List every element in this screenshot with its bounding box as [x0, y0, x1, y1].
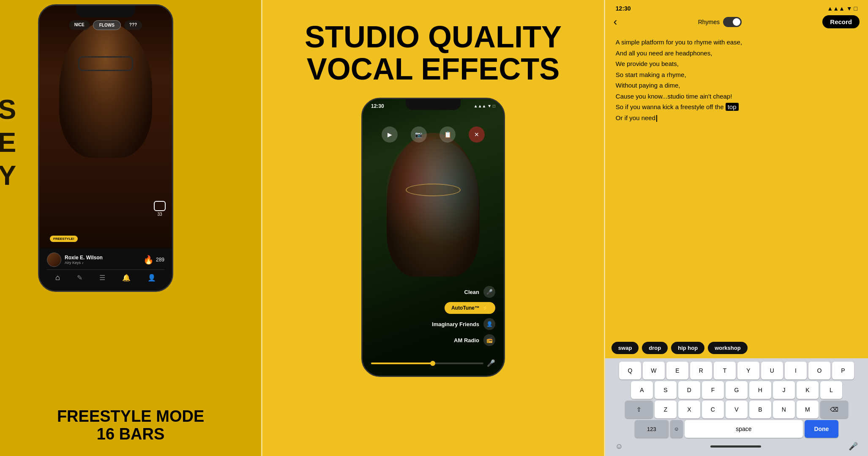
key-y[interactable]: Y	[737, 362, 759, 379]
key-f[interactable]: F	[702, 381, 724, 399]
key-k[interactable]: K	[797, 381, 819, 399]
person-icon-nav[interactable]: 👤	[147, 274, 156, 282]
studio-quality-line1: STUDIO QUALITY	[305, 21, 562, 53]
play-btn-middle[interactable]: ▶	[382, 126, 398, 143]
key-w[interactable]: W	[643, 362, 665, 379]
clipboard-btn-middle[interactable]: 📋	[439, 126, 456, 143]
person-left	[59, 22, 152, 158]
key-s[interactable]: S	[655, 381, 677, 399]
left-section-bottom-text: FREESTYLE MODE 16 BARS	[0, 408, 261, 443]
key-e[interactable]: E	[666, 362, 688, 379]
chip-workshop[interactable]: workshop	[708, 342, 747, 354]
left-section: S E Y NICE FLOWS ??? 33	[0, 0, 261, 456]
key-d[interactable]: D	[678, 381, 700, 399]
record-button-right[interactable]: Record	[822, 15, 860, 28]
key-n[interactable]: N	[773, 401, 795, 418]
partial-text-left: S E Y	[0, 93, 16, 192]
rhymes-toggle-area[interactable]: Rhymes	[698, 17, 742, 27]
lyric-line-1: A simple platform for you to rhyme with …	[616, 37, 857, 48]
right-section: 12:30 ▲▲▲ ▼ □ ‹ Rhymes Record A simple p…	[605, 0, 868, 456]
tab-unknown[interactable]: ???	[124, 20, 142, 30]
top-tabs-left[interactable]: NICE FLOWS ???	[39, 20, 172, 30]
word-chips-area[interactable]: swap drop hip hop workshop	[605, 338, 868, 358]
clean-icon: 🎤	[483, 286, 495, 298]
toggle-switch-right[interactable]	[723, 17, 742, 27]
progress-thumb[interactable]	[430, 361, 435, 366]
tab-nice[interactable]: NICE	[69, 20, 90, 30]
key-j[interactable]: J	[773, 381, 795, 399]
progress-fill	[371, 363, 433, 364]
key-l[interactable]: L	[820, 381, 842, 399]
amradio-label: AM Radio	[454, 337, 479, 343]
keyboard-row-4[interactable]: 123 ☺ space Done	[607, 420, 866, 438]
keyboard-row-2[interactable]: A S D F G H J K L	[607, 381, 866, 399]
effect-amradio[interactable]: AM Radio 📻	[371, 334, 495, 346]
lyric-line-6: Cause you know...studio time ain't cheap…	[616, 91, 857, 102]
toggle-thumb	[733, 18, 740, 26]
home-icon-nav[interactable]: ⌂	[55, 273, 60, 282]
effect-clean[interactable]: Clean 🎤	[371, 286, 495, 298]
key-o[interactable]: O	[808, 362, 830, 379]
likes-count-left: 289	[156, 257, 164, 263]
key-shift[interactable]: ⇧	[625, 401, 653, 418]
key-p[interactable]: P	[832, 362, 854, 379]
tab-flows[interactable]: FLOWS	[93, 20, 121, 30]
text-cursor	[656, 115, 657, 122]
keyboard-row-1[interactable]: Q W E R T Y U I O P	[607, 362, 866, 379]
vocal-effects-line2: VOCAL EFFECTS	[305, 53, 562, 85]
autotune-btn[interactable]: AutoTune™ ⚡	[445, 302, 495, 314]
lyric-line-2: And all you need are headphones,	[616, 48, 857, 59]
chip-hiphop[interactable]: hip hop	[671, 342, 704, 354]
comment-count: 33	[157, 212, 162, 217]
key-t[interactable]: T	[714, 362, 736, 379]
key-g[interactable]: G	[726, 381, 748, 399]
key-r[interactable]: R	[690, 362, 712, 379]
freestyle-mode-label: FREESTYLE MODE	[0, 408, 261, 426]
key-backspace[interactable]: ⌫	[820, 401, 848, 418]
key-q[interactable]: Q	[619, 362, 641, 379]
lyric-line-7: So if you wanna kick a freestyle off the…	[616, 102, 857, 113]
camera-btn-middle[interactable]: 📷	[411, 126, 427, 143]
imaginary-icon: 👤	[483, 318, 495, 330]
back-arrow-right[interactable]: ‹	[614, 15, 617, 28]
keyboard-area[interactable]: Q W E R T Y U I O P A S D F G H J K	[605, 358, 868, 456]
key-m[interactable]: M	[797, 401, 819, 418]
amradio-icon: 📻	[483, 334, 495, 346]
key-c[interactable]: C	[702, 401, 724, 418]
middle-heading: STUDIO QUALITY VOCAL EFFECTS	[296, 0, 570, 98]
list-icon-nav[interactable]: ☰	[99, 274, 105, 282]
nav-bar-left[interactable]: ⌂ ✎ ☰ 🔔 👤	[47, 269, 164, 282]
user-avatar-left	[47, 253, 61, 267]
key-i[interactable]: I	[785, 362, 807, 379]
key-h[interactable]: H	[749, 381, 771, 399]
key-emoji[interactable]: ☺	[670, 420, 683, 438]
key-z[interactable]: Z	[655, 401, 677, 418]
key-space[interactable]: space	[685, 420, 803, 438]
imaginary-label: Imaginary Friends	[432, 321, 479, 327]
lyrics-text-area[interactable]: A simple platform for you to rhyme with …	[605, 33, 868, 338]
effect-imaginary[interactable]: Imaginary Friends 👤	[371, 318, 495, 330]
mic-icon-bottom-middle: 🎤	[487, 359, 495, 367]
time-middle: 12:30	[371, 103, 384, 109]
key-u[interactable]: U	[761, 362, 783, 379]
chip-swap[interactable]: swap	[611, 342, 639, 354]
key-v[interactable]: V	[726, 401, 748, 418]
effect-autotune[interactable]: AutoTune™ ⚡	[371, 302, 495, 314]
chip-drop[interactable]: drop	[642, 342, 668, 354]
edit-icon-nav[interactable]: ✎	[77, 274, 82, 282]
key-b[interactable]: B	[749, 401, 771, 418]
key-a[interactable]: A	[631, 381, 653, 399]
key-123[interactable]: 123	[635, 420, 669, 438]
close-btn-middle[interactable]: ✕	[469, 126, 485, 143]
keyboard-row-3[interactable]: ⇧ Z X C V B N M ⌫	[607, 401, 866, 418]
status-bar-middle: 12:30 ▲▲▲ ▼ □	[363, 102, 504, 109]
lyric-line-5: Without paying a dime,	[616, 80, 857, 91]
user-sub-left: Airy Keys ♪	[65, 261, 103, 265]
bell-icon-nav[interactable]: 🔔	[122, 274, 131, 282]
middle-control-bar[interactable]: ▶ 📷 📋 ✕	[363, 126, 504, 143]
key-x[interactable]: X	[678, 401, 700, 418]
right-nav-header[interactable]: ‹ Rhymes Record	[605, 12, 868, 33]
progress-track[interactable]	[371, 363, 483, 364]
glitch-overlay-blue	[394, 139, 479, 258]
key-done[interactable]: Done	[805, 420, 838, 438]
